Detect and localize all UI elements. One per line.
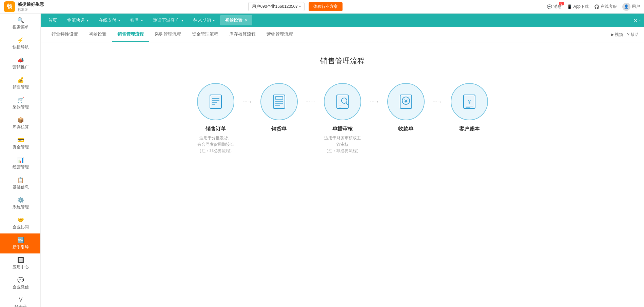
nav-tab-1[interactable]: 物流快递▾ (62, 15, 93, 25)
sidebar-item-label: 营销推广 (13, 64, 29, 70)
main-layout: 🔍 搜索菜单 ⚡ 快捷导航 📣 营销推广 💰 销售管理 🛒 采购管理 📦 库存核… (0, 14, 644, 307)
nav-tab-3[interactable]: 账号▾ (125, 15, 148, 25)
flow-label-review: 单据审核 (332, 126, 353, 132)
trial-button[interactable]: 体验行业方案 (309, 2, 343, 11)
sidebar-item-system[interactable]: ⚙️ 系统管理 (0, 193, 40, 213)
sidebar-item-collab[interactable]: 🤝 企业协同 (0, 213, 40, 233)
flow-circle-account: ¥ (451, 83, 488, 120)
sidebar-item-search[interactable]: 🔍 搜索菜单 (0, 14, 40, 34)
sub-tab-1[interactable]: 初始设置 (83, 27, 112, 42)
flow-item-review[interactable]: 单据审核适用于财务审核或主管审核（注：非必要流程） (315, 83, 370, 155)
search-icon: 🔍 (17, 17, 24, 23)
flow-item-account[interactable]: ¥ 客户账本 (442, 83, 496, 135)
svg-rect-0 (210, 95, 221, 108)
finance-icon: 💳 (17, 137, 24, 143)
user-selector[interactable]: 用户690企业1660120507 ▾ (248, 2, 305, 11)
sidebar-item-operation[interactable]: 📊 经营管理 (0, 154, 40, 173)
user-selector-text: 用户690企业1660120507 (252, 4, 298, 9)
app-download-button[interactable]: 📱 App下载 (567, 4, 589, 9)
sidebar-item-label: 企业微信 (13, 284, 29, 290)
sidebar-item-base[interactable]: 📋 基础信息 (0, 173, 40, 193)
sidebar-item-label: 销售管理 (13, 84, 29, 90)
content-inner: 行业特性设置初始设置销售管理流程采购管理流程资金管理流程库存核算流程营销管理流程… (41, 27, 644, 307)
chevron-down-icon: ▾ (118, 19, 120, 22)
user-menu-button[interactable]: 👤 用户 (622, 3, 640, 11)
sub-tab-5[interactable]: 库存核算流程 (224, 27, 261, 42)
sidebar-item-purchase[interactable]: 🛒 采购管理 (0, 94, 40, 114)
nav-tab-5[interactable]: 往来期初▾ (189, 15, 219, 25)
nav-close-icon[interactable]: ✕ (633, 17, 638, 24)
sidebar-item-apps[interactable]: 🔲 应用中心 (0, 253, 40, 273)
sub-tab-4[interactable]: 资金管理流程 (187, 27, 224, 42)
sidebar-item-label: 畅会员 (15, 304, 27, 307)
flow-item-sales-order[interactable]: 销售订单适用于分批发货、有合同发货周期较长（注：非必要流程） (189, 83, 243, 155)
wechat-icon: 💬 (17, 277, 24, 283)
collab-icon: 🤝 (17, 217, 24, 223)
flow-desc-sales-order: 适用于分批发货、有合同发货周期较长（注：非必要流程） (197, 135, 234, 155)
nav-tab-0[interactable]: 首页 (43, 15, 62, 25)
sub-tab-6[interactable]: 营销管理流程 (261, 27, 298, 42)
chevron-down-icon: ▾ (87, 19, 89, 22)
logo-text: 畅捷通好生意 标准版 (18, 1, 44, 12)
sidebar-items: 🔍 搜索菜单 ⚡ 快捷导航 📣 营销推广 💰 销售管理 🛒 采购管理 📦 库存核… (0, 14, 40, 307)
flow-arrow-0: - -→ (243, 83, 252, 105)
member-icon: V (19, 297, 23, 303)
flow-arrow-1: - -→ (306, 83, 315, 105)
download-icon: 📱 (567, 4, 572, 9)
nav-minimize-icon[interactable]: ○ (639, 18, 641, 23)
sales-icon: 💰 (17, 77, 24, 83)
sidebar-item-sales[interactable]: 💰 销售管理 (0, 74, 40, 94)
marketing-icon: 📣 (17, 57, 24, 63)
purchase-icon: 🛒 (17, 97, 24, 103)
sidebar-item-inventory[interactable]: 📦 库存核算 (0, 114, 40, 134)
logo-title: 畅捷通好生意 (18, 1, 44, 7)
video-help-button[interactable]: ▶ 视频 (611, 32, 623, 38)
chevron-down-icon: ▾ (213, 19, 215, 22)
sidebar-item-finance[interactable]: 💳 资金管理 (0, 134, 40, 154)
message-button[interactable]: 💬 消息 6 (547, 4, 562, 9)
inventory-icon: 📦 (17, 117, 24, 123)
top-bar: 畅 畅捷通好生意 标准版 用户690企业1660120507 ▾ 体验行业方案 … (0, 0, 644, 14)
tab-close-icon[interactable]: ✕ (245, 18, 248, 23)
quick-icon: ⚡ (17, 37, 24, 43)
sidebar-item-label: 采购管理 (13, 104, 29, 110)
base-icon: 📋 (17, 177, 24, 183)
play-icon: ▶ (611, 32, 614, 37)
sub-tab-3[interactable]: 采购管理流程 (149, 27, 187, 42)
flow-diagram: 销售订单适用于分批发货、有合同发货周期较长（注：非必要流程）- -→ 销货单- … (41, 83, 644, 168)
nav-tab-label: 账号 (130, 17, 139, 23)
sidebar-item-wechat[interactable]: 💬 企业微信 (0, 273, 40, 293)
sidebar-item-label: 企业协同 (13, 224, 29, 230)
logo-icon: 畅 (4, 1, 15, 12)
svg-text:¥: ¥ (467, 99, 471, 105)
flow-item-sales-delivery[interactable]: 销货单 (252, 83, 306, 135)
sidebar-item-guide[interactable]: 🆕 新手引导 (0, 233, 40, 253)
nav-tabs: 首页物流快递▾在线支付▾账号▾邀请下游客户▾往来期初▾初始设置✕ (43, 15, 633, 25)
flow-circle-receipt: ¥ (387, 83, 425, 120)
online-service-button[interactable]: 🎧 在线客服 (594, 4, 617, 9)
avatar: 👤 (622, 3, 630, 11)
sidebar-item-label: 经营管理 (13, 164, 29, 170)
chevron-down-icon: ▾ (181, 19, 183, 22)
sub-tab-0[interactable]: 行业特性设置 (46, 27, 83, 42)
system-icon: ⚙️ (17, 197, 24, 203)
flow-label-sales-order: 销售订单 (206, 126, 226, 132)
sub-tabs-bar: 行业特性设置初始设置销售管理流程采购管理流程资金管理流程库存核算流程营销管理流程… (41, 27, 644, 42)
nav-tab-6[interactable]: 初始设置✕ (220, 15, 252, 25)
nav-tab-label: 物流快递 (67, 17, 85, 23)
sidebar-item-label: 新手引导 (13, 244, 29, 250)
nav-tab-2[interactable]: 在线支付▾ (94, 15, 125, 25)
sub-tab-2[interactable]: 销售管理流程 (112, 27, 149, 42)
operation-icon: 📊 (17, 157, 24, 163)
sidebar-item-label: 应用中心 (13, 264, 29, 270)
help-button[interactable]: ? 帮助 (627, 32, 639, 38)
sidebar-item-quick[interactable]: ⚡ 快捷导航 (0, 34, 40, 54)
sidebar-item-member[interactable]: V 畅会员 (0, 293, 40, 307)
nav-tab-label: 往来期初 (193, 17, 211, 23)
top-right: 💬 消息 6 📱 App下载 🎧 在线客服 👤 用户 (547, 3, 640, 11)
sidebar-item-label: 资金管理 (13, 144, 29, 150)
nav-tab-4[interactable]: 邀请下游客户▾ (148, 15, 188, 25)
flow-item-receipt[interactable]: ¥ 收款单 (379, 83, 433, 135)
message-icon: 💬 (547, 4, 552, 9)
sidebar-item-marketing[interactable]: 📣 营销推广 (0, 54, 40, 74)
